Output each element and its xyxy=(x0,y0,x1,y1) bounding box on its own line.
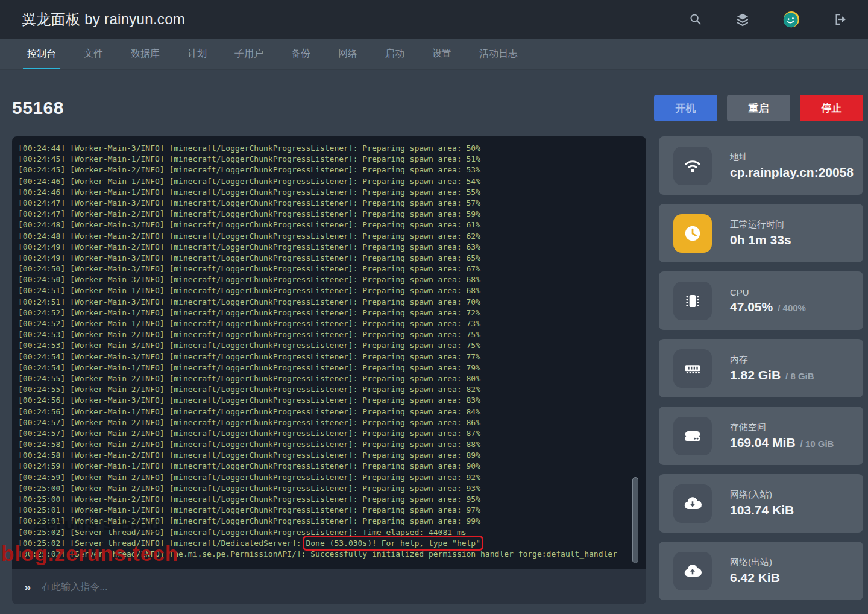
tab-databases[interactable]: 数据库 xyxy=(117,39,174,69)
search-icon[interactable] xyxy=(688,12,703,27)
stat-value: 0h 1m 33s xyxy=(730,233,791,247)
stat-icon-square xyxy=(673,417,712,455)
console-line: [00:25:01] [Worker-Main-2/INFO] [minecra… xyxy=(18,516,646,527)
console-line: [00:24:58] [Worker-Main-2/INFO] [minecra… xyxy=(18,439,646,450)
console-line: [00:25:02] [Server thread/INFO] [minecra… xyxy=(18,527,646,538)
tab-settings[interactable]: 设置 xyxy=(418,39,465,69)
logout-icon[interactable] xyxy=(833,12,848,27)
stat-value: 6.42 KiB xyxy=(730,571,780,585)
tab-console[interactable]: 控制台 xyxy=(13,39,70,69)
console-line: [00:24:50] [Worker-Main-3/INFO] [minecra… xyxy=(18,274,646,285)
app-header: 翼龙面板 by rainyun.com xyxy=(0,0,868,39)
stat-card-memory: 内存 1.82 GiB / 8 GiB xyxy=(659,339,863,397)
stat-icon-square xyxy=(673,552,712,590)
console-line: [00:25:02] [Server thread/INFO] [minecra… xyxy=(18,538,646,549)
clock-icon xyxy=(682,223,703,244)
console-line: [00:24:54] [Worker-Main-3/INFO] [minecra… xyxy=(18,352,646,362)
stat-limit: / 400% xyxy=(778,303,806,313)
console-line: [00:25:01] [Worker-Main-1/INFO] [minecra… xyxy=(18,505,646,516)
console-line: [00:25:00] [Worker-Main-2/INFO] [minecra… xyxy=(18,494,646,505)
console-line: [00:24:45] [Worker-Main-2/INFO] [minecra… xyxy=(18,165,646,176)
command-input[interactable] xyxy=(40,581,634,593)
tab-backups[interactable]: 备份 xyxy=(277,39,324,69)
stat-value: 169.04 MiB xyxy=(730,435,796,450)
console-line: [00:24:50] [Worker-Main-3/INFO] [minecra… xyxy=(18,264,646,274)
console-line: [00:24:49] [Worker-Main-2/INFO] [minecra… xyxy=(18,242,646,253)
start-button[interactable]: 开机 xyxy=(654,95,717,121)
console-log[interactable]: [00:24:44] [Worker-Main-3/INFO] [minecra… xyxy=(12,136,646,569)
console-line: [00:24:46] [Worker-Main-1/INFO] [minecra… xyxy=(18,187,646,198)
stat-card-uptime: 正常运行时间 0h 1m 33s xyxy=(659,204,863,262)
stat-label: 网络(入站) xyxy=(730,489,794,501)
console-line: [00:24:51] [Worker-Main-3/INFO] [minecra… xyxy=(18,297,646,308)
console-line: [00:24:59] [Worker-Main-1/INFO] [minecra… xyxy=(18,461,646,472)
storage-icon xyxy=(682,426,703,446)
power-actions: 开机 重启 停止 xyxy=(654,95,863,121)
tab-files[interactable]: 文件 xyxy=(70,39,117,69)
prompt-icon: » xyxy=(24,581,31,593)
stat-label: 内存 xyxy=(730,354,814,366)
console-scrollbar[interactable] xyxy=(632,477,638,563)
console-line: [00:25:00] [Worker-Main-2/INFO] [minecra… xyxy=(18,483,646,494)
app-title: 翼龙面板 by rainyun.com xyxy=(22,10,185,29)
stat-value: cp.rainplay.cn:20058 xyxy=(730,165,854,180)
highlight-annotation: Done (53.030s)! For help, type "help" xyxy=(306,539,480,548)
nav-tabs: 控制台文件数据库计划子用户备份网络启动设置活动日志 xyxy=(0,39,868,70)
restart-button[interactable]: 重启 xyxy=(727,95,790,121)
console-line: [00:24:48] [Worker-Main-3/INFO] [minecra… xyxy=(18,220,646,230)
cpu-icon xyxy=(682,291,703,311)
tab-activity[interactable]: 活动日志 xyxy=(465,39,532,69)
stat-value: 1.82 GiB xyxy=(730,368,781,382)
console-line: [00:24:57] [Worker-Main-2/INFO] [minecra… xyxy=(18,428,646,439)
stat-icon-square xyxy=(673,349,712,388)
stat-limit: / 10 GiB xyxy=(800,438,834,449)
console-line: [00:24:53] [Worker-Main-3/INFO] [minecra… xyxy=(18,340,646,351)
console-line: [00:24:59] [Worker-Main-2/INFO] [minecra… xyxy=(18,472,646,483)
stat-card-address: 地址 cp.rainplay.cn:20058 xyxy=(659,136,863,195)
cloud-download-icon xyxy=(682,493,703,514)
console-line: [00:24:55] [Worker-Main-2/INFO] [minecra… xyxy=(18,384,646,395)
console-line: [00:24:54] [Worker-Main-1/INFO] [minecra… xyxy=(18,362,646,373)
stat-card-disk: 存储空间 169.04 MiB / 10 GiB xyxy=(659,407,863,465)
console-line: [00:24:51] [Worker-Main-1/INFO] [minecra… xyxy=(18,285,646,296)
console-line: [00:24:56] [Worker-Main-1/INFO] [minecra… xyxy=(18,407,646,417)
tab-subusers[interactable]: 子用户 xyxy=(221,39,277,69)
stat-label: 网络(出站) xyxy=(730,557,780,568)
console-line: [00:24:57] [Worker-Main-2/INFO] [minecra… xyxy=(18,417,646,428)
memory-icon xyxy=(682,358,703,379)
tab-schedules[interactable]: 计划 xyxy=(174,39,221,69)
tab-network[interactable]: 网络 xyxy=(324,39,371,69)
console-panel: [00:24:44] [Worker-Main-3/INFO] [minecra… xyxy=(12,136,646,604)
tab-startup[interactable]: 启动 xyxy=(371,39,418,69)
stat-icon-square xyxy=(673,282,712,320)
console-line: [00:24:45] [Worker-Main-1/INFO] [minecra… xyxy=(18,154,646,165)
server-id: 55168 xyxy=(12,98,64,118)
console-line: [00:24:47] [Worker-Main-3/INFO] [minecra… xyxy=(18,198,646,209)
console-input-row: » xyxy=(12,569,646,604)
stat-label: 正常运行时间 xyxy=(730,219,791,230)
cloud-upload-icon xyxy=(682,561,703,581)
console-line: [00:24:48] [Worker-Main-2/INFO] [minecra… xyxy=(18,231,646,242)
console-line: [00:24:52] [Worker-Main-1/INFO] [minecra… xyxy=(18,318,646,329)
stat-label: CPU xyxy=(730,287,806,297)
stats-sidebar: 地址 cp.rainplay.cn:20058 正常运行时间 0h 1m 33s… xyxy=(659,136,863,609)
header-icons xyxy=(688,10,848,28)
wifi-icon xyxy=(682,156,703,176)
console-line: [00:24:52] [Worker-Main-1/INFO] [minecra… xyxy=(18,308,646,318)
console-line: [00:24:58] [Worker-Main-2/INFO] [minecra… xyxy=(18,450,646,461)
stat-value: 47.05% xyxy=(730,300,773,314)
stat-icon-square xyxy=(673,147,712,185)
avatar[interactable] xyxy=(782,10,800,28)
stat-label: 地址 xyxy=(730,151,854,163)
server-topbar: 55168 开机 重启 停止 xyxy=(12,93,863,123)
console-line: [00:24:55] [Worker-Main-2/INFO] [minecra… xyxy=(18,373,646,384)
stat-value: 103.74 KiB xyxy=(730,503,794,517)
stat-card-cpu: CPU 47.05% / 400% xyxy=(659,271,863,330)
stat-card-net-out: 网络(出站) 6.42 KiB xyxy=(659,542,863,600)
stat-label: 存储空间 xyxy=(730,422,834,433)
main-content: 55168 开机 重启 停止 [00:24:44] [Worker-Main-3… xyxy=(0,93,868,609)
layers-icon[interactable] xyxy=(735,12,750,27)
stat-limit: / 8 GiB xyxy=(785,371,814,381)
stop-button[interactable]: 停止 xyxy=(800,95,863,121)
console-line: [00:24:53] [Worker-Main-2/INFO] [minecra… xyxy=(18,329,646,340)
